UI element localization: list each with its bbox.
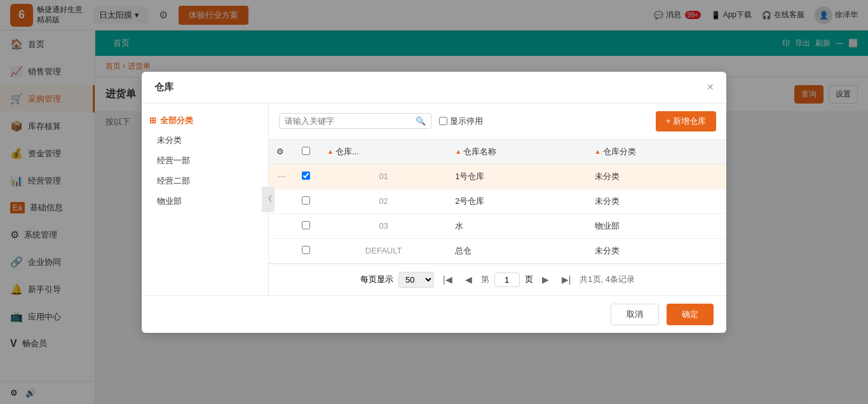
total-info: 共1页, 4条记录 [580, 274, 635, 285]
row-checkbox-cell [294, 238, 320, 263]
row-checkbox-cell [294, 189, 320, 213]
row-category: 物业部 [587, 213, 726, 238]
sort-icon-name: ▲ [455, 148, 461, 155]
row-name: 2号仓库 [447, 189, 587, 213]
tree-collapse-button[interactable]: 《 [262, 187, 275, 212]
warehouse-table-wrap: ⚙ ▲ 仓库... [269, 140, 726, 264]
page-number-input[interactable] [494, 273, 520, 287]
page-label: 页 [525, 274, 533, 285]
row-checkbox[interactable] [302, 221, 310, 229]
row-code: 01 [320, 164, 447, 189]
modal-footer: 取消 确定 [142, 295, 726, 333]
row-checkbox[interactable] [302, 172, 310, 180]
show-disabled-label: 显示停用 [450, 116, 483, 127]
all-category-item[interactable]: ⊞ 全部分类 [142, 111, 268, 130]
warehouse-modal: 仓库 × ⊞ 全部分类 未分类 经营一部 经营二部 物业部 《 [142, 72, 726, 333]
row-name: 1号仓库 [447, 164, 587, 189]
per-page-label: 每页显示 [360, 274, 393, 285]
th-name: ▲ 仓库名称 [447, 140, 587, 165]
row-checkbox-cell [294, 164, 320, 189]
prev-page-btn[interactable]: ◀ [461, 273, 476, 286]
cancel-button[interactable]: 取消 [611, 304, 659, 325]
close-button[interactable]: × [707, 81, 714, 94]
sort-icon-code: ▲ [327, 148, 334, 155]
row-name: 水 [447, 213, 587, 238]
row-checkbox-cell [294, 213, 320, 238]
first-page-btn[interactable]: |◀ [439, 273, 456, 286]
tree-item-property[interactable]: 物业部 [142, 191, 268, 212]
category-tree: ⊞ 全部分类 未分类 经营一部 经营二部 物业部 《 [142, 104, 269, 295]
row-category: 未分类 [587, 189, 726, 213]
row-category: 未分类 [587, 164, 726, 189]
modal-body: ⊞ 全部分类 未分类 经营一部 经营二部 物业部 《 🔍 [142, 104, 726, 295]
row-category: 未分类 [587, 238, 726, 263]
th-category: ▲ 仓库分类 [587, 140, 726, 165]
warehouse-table: ⚙ ▲ 仓库... [269, 140, 726, 264]
confirm-button[interactable]: 确定 [667, 304, 714, 325]
search-icon[interactable]: 🔍 [416, 116, 426, 126]
row-code: 02 [320, 189, 447, 213]
per-page-select[interactable]: 50 100 200 [398, 272, 434, 288]
show-disabled-checkbox[interactable] [439, 117, 447, 125]
add-warehouse-button[interactable]: + 新增仓库 [656, 111, 716, 131]
modal-title: 仓库 [154, 81, 173, 93]
row-code: DEFAULT [320, 238, 447, 263]
row-checkbox[interactable] [302, 246, 310, 254]
modal-header: 仓库 × [142, 72, 726, 104]
tree-item-dept1[interactable]: 经营一部 [142, 151, 268, 171]
show-disabled-wrap: 显示停用 [439, 116, 483, 127]
search-input[interactable] [285, 116, 413, 126]
table-row[interactable]: ··· 01 1号仓库 未分类 [269, 164, 726, 189]
table-row[interactable]: 03 水 物业部 [269, 213, 726, 238]
row-code: 03 [320, 213, 447, 238]
row-dots-btn[interactable]: ··· [277, 171, 285, 182]
row-action-cell [269, 213, 294, 238]
row-action-cell: ··· [269, 164, 294, 189]
table-row[interactable]: DEFAULT 总仓 未分类 [269, 238, 726, 263]
row-checkbox[interactable] [302, 196, 310, 205]
all-category-label: 全部分类 [160, 115, 193, 126]
next-page-btn[interactable]: ▶ [538, 273, 553, 286]
tree-item-uncategorized[interactable]: 未分类 [142, 130, 268, 151]
th-code: ▲ 仓库... [320, 140, 447, 165]
th-checkbox [294, 140, 320, 165]
modal-overlay: 仓库 × ⊞ 全部分类 未分类 经营一部 经营二部 物业部 《 [0, 0, 868, 404]
select-all-checkbox[interactable] [302, 147, 310, 155]
table-row[interactable]: 02 2号仓库 未分类 [269, 189, 726, 213]
sort-icon-category: ▲ [595, 148, 601, 155]
grid-icon: ⊞ [149, 116, 156, 125]
search-bar: 🔍 显示停用 + 新增仓库 [269, 104, 726, 140]
last-page-btn[interactable]: ▶| [558, 273, 575, 286]
warehouse-content: 🔍 显示停用 + 新增仓库 ⚙ [269, 104, 726, 295]
pagination: 每页显示 50 100 200 |◀ ◀ 第 页 ▶ ▶| 共1页, 4条记录 [269, 264, 726, 295]
th-gear: ⚙ [269, 140, 294, 165]
tree-item-dept2[interactable]: 经营二部 [142, 171, 268, 191]
page-label-before: 第 [481, 274, 489, 285]
search-input-wrap: 🔍 [279, 113, 431, 129]
row-name: 总仓 [447, 238, 587, 263]
row-action-cell [269, 238, 294, 263]
